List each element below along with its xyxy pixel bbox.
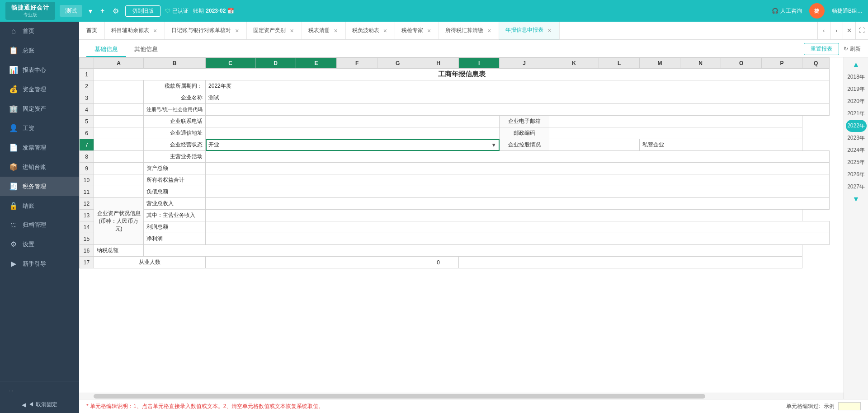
tab-aux[interactable]: 科目辅助余额表×	[105, 22, 165, 40]
col-header-e[interactable]: E	[296, 58, 337, 69]
year-item-2018[interactable]: 2018年	[846, 71, 867, 83]
calendar-icon[interactable]: 📅	[227, 8, 234, 14]
tab-close-tax_expert[interactable]: ×	[426, 27, 432, 35]
tab-fixed_asset[interactable]: 固定资产类别×	[247, 22, 302, 40]
col-header-k[interactable]: K	[549, 58, 599, 69]
r4-c[interactable]	[206, 104, 830, 116]
sidebar-item-closing[interactable]: 🔒结账	[0, 196, 79, 216]
sidebar-item-unknown[interactable]: ...	[0, 383, 79, 396]
tab-close-bank[interactable]: ×	[234, 27, 240, 35]
r7-k[interactable]	[549, 139, 640, 151]
year-item-2025[interactable]: 2025年	[846, 156, 867, 169]
year-item-2019[interactable]: 2019年	[846, 83, 867, 95]
col-header-q[interactable]: Q	[802, 58, 830, 69]
tab-expand-button[interactable]: ⛶	[855, 22, 868, 40]
r7-business-status-dropdown[interactable]: 开业▼	[206, 139, 500, 151]
switch-version-button[interactable]: 切到旧版	[125, 5, 160, 17]
r9-value[interactable]	[206, 163, 830, 174]
col-header-m[interactable]: M	[640, 58, 680, 69]
year-item-2027[interactable]: 2027年	[846, 181, 867, 193]
sidebar-item-settings[interactable]: ⚙设置	[0, 235, 79, 254]
tab-tax_wave[interactable]: 税负波动表×	[346, 22, 395, 40]
sidebar-item-home[interactable]: ⌂首页	[0, 22, 79, 41]
horizontal-scrollbar[interactable]	[79, 393, 844, 399]
col-header-b[interactable]: B	[144, 58, 206, 69]
col-header-l[interactable]: L	[599, 58, 640, 69]
col-header-o[interactable]: O	[721, 58, 762, 69]
r8-c[interactable]	[206, 151, 830, 163]
r12-value[interactable]	[206, 198, 830, 210]
sheet-title-cell[interactable]: 工商年报信息表	[94, 69, 830, 80]
year-item-2020[interactable]: 2020年	[846, 95, 867, 108]
r10-value[interactable]	[206, 174, 830, 186]
r15-value[interactable]	[206, 233, 830, 245]
tab-close-fixed_asset[interactable]: ×	[288, 27, 295, 35]
year-item-2023[interactable]: 2023年	[846, 132, 867, 144]
r14-value[interactable]	[206, 221, 830, 233]
year-down-button[interactable]: ▼	[851, 194, 861, 205]
tab-income_tax[interactable]: 所得税汇算清缴×	[439, 22, 499, 40]
sidebar-item-fixed[interactable]: 🏢固定资产	[0, 99, 79, 118]
col-header-p[interactable]: P	[762, 58, 802, 69]
tab-tax_form[interactable]: 税表清册×	[302, 22, 346, 40]
sub-tab-other[interactable]: 其他信息	[126, 42, 166, 57]
customer-service-button[interactable]: 🎧 人工咨询	[772, 7, 802, 15]
tab-bank[interactable]: 日记账与银行对账单核对×	[165, 22, 247, 40]
col-header-j[interactable]: J	[500, 58, 549, 69]
sidebar-item-archive[interactable]: 🗂归档管理	[0, 216, 79, 235]
current-tab-label[interactable]: 测试	[60, 5, 82, 17]
col-header-a[interactable]: A	[94, 58, 144, 69]
r17-rest[interactable]	[459, 257, 802, 268]
r6-k[interactable]	[549, 127, 802, 139]
r17-c[interactable]	[206, 257, 418, 268]
tab-tax_expert[interactable]: 税检专家×	[395, 22, 439, 40]
r3-c[interactable]: 测试	[206, 92, 830, 104]
sidebar-item-guide[interactable]: ▶新手引导	[0, 254, 79, 273]
sidebar-item-fund[interactable]: 💰资金管理	[0, 80, 79, 99]
col-header-h[interactable]: H	[418, 58, 459, 69]
tab-dropdown-icon[interactable]: ▾	[87, 5, 94, 17]
col-header-i[interactable]: I	[459, 58, 500, 69]
year-item-2024[interactable]: 2024年	[846, 144, 867, 156]
username-label[interactable]: 畅捷通B组…	[832, 7, 863, 15]
col-header-c[interactable]: C	[206, 58, 255, 69]
tab-close-income_tax[interactable]: ×	[486, 27, 492, 35]
year-item-2026[interactable]: 2026年	[846, 169, 867, 181]
tab-home[interactable]: 首页	[79, 22, 105, 40]
col-header-n[interactable]: N	[680, 58, 721, 69]
year-up-button[interactable]: ▲	[851, 59, 861, 70]
year-item-2021[interactable]: 2021年	[846, 108, 867, 120]
r17-value[interactable]: 0	[418, 257, 459, 268]
tab-prev-button[interactable]: ‹	[817, 22, 830, 40]
spreadsheet-scroll[interactable]: A B C D E F G H I J	[79, 57, 844, 393]
r16-value[interactable]	[144, 245, 802, 257]
user-avatar[interactable]: 捷	[809, 3, 825, 19]
tab-close-tax_form[interactable]: ×	[333, 27, 339, 35]
sidebar-item-inventory[interactable]: 📦进销台账	[0, 157, 79, 177]
year-item-2022[interactable]: 2022年	[846, 120, 867, 132]
col-header-d[interactable]: D	[255, 58, 296, 69]
sidebar-item-invoice[interactable]: 📄发票管理	[0, 138, 79, 157]
r5-k[interactable]	[549, 116, 802, 127]
app-logo[interactable]: 畅捷通好会计 专业版	[5, 2, 55, 20]
refresh-button[interactable]: ↻ 刷新	[844, 45, 861, 53]
sidebar-collapse-button[interactable]: ◀ ◀ 取消固定	[0, 396, 79, 413]
settings-icon[interactable]: ⚙	[111, 5, 121, 17]
r2-c[interactable]: 2022年度	[206, 80, 830, 92]
tab-close-aux[interactable]: ×	[152, 27, 158, 35]
tab-close-tax_wave[interactable]: ×	[382, 27, 388, 35]
reset-report-button[interactable]: 重置报表	[804, 43, 839, 55]
add-tab-icon[interactable]: +	[99, 5, 106, 17]
tab-close-all-button[interactable]: ✕	[843, 22, 855, 40]
sub-tab-basic[interactable]: 基础信息	[86, 42, 126, 57]
tab-annual_report[interactable]: 年报信息申报表×	[499, 22, 559, 40]
col-header-f[interactable]: F	[337, 58, 377, 69]
sidebar-item-ledger[interactable]: 📋总账	[0, 41, 79, 60]
sidebar-item-tax[interactable]: 🧾税务管理	[0, 177, 79, 196]
tab-next-button[interactable]: ›	[830, 22, 843, 40]
r13-value[interactable]	[206, 210, 802, 221]
r7-m[interactable]: 私营企业	[640, 139, 802, 151]
sidebar-item-payroll[interactable]: 👤工资	[0, 118, 79, 138]
r6-c[interactable]	[206, 127, 500, 139]
r5-c[interactable]	[206, 116, 500, 127]
